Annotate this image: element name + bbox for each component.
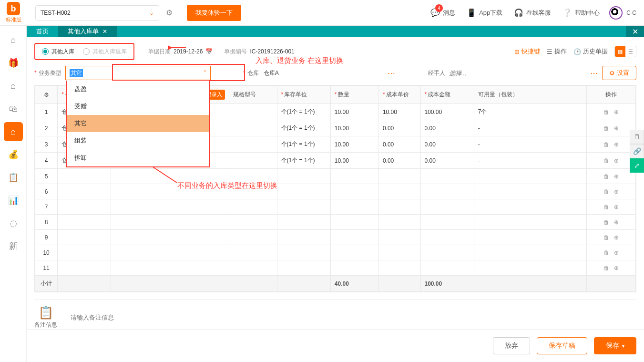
biz-type-combo[interactable]: 其它 ˄ 盘盈 受赠 其它 组装 拆卸 bbox=[65, 66, 211, 80]
table-row[interactable]: 7🗑⊕ bbox=[35, 199, 636, 215]
save-draft-button[interactable]: 保存草稿 bbox=[537, 337, 587, 354]
dropdown-item[interactable]: 其它 bbox=[67, 115, 209, 132]
online-service-item[interactable]: 🎧 在线客服 bbox=[514, 8, 551, 17]
org-name: TEST-H002 bbox=[41, 10, 71, 16]
gear-icon[interactable]: ⚙ bbox=[166, 8, 173, 17]
delete-icon[interactable]: 🗑 bbox=[603, 234, 609, 241]
setting-button[interactable]: ⚙ 设置 bbox=[602, 66, 636, 80]
close-icon[interactable]: ✕ bbox=[102, 28, 107, 35]
table-row[interactable]: 9🗑⊕ bbox=[35, 230, 636, 245]
dock-note-icon[interactable]: 🗒 bbox=[630, 130, 644, 144]
sidebar-warehouse-icon[interactable]: ⌂ bbox=[4, 122, 23, 141]
sidebar-money-icon[interactable]: 💰 bbox=[4, 145, 23, 164]
avatar[interactable] bbox=[609, 6, 623, 20]
radio-return[interactable]: 其他入库退库 bbox=[83, 48, 127, 56]
table-row[interactable]: 8🗑⊕ bbox=[35, 215, 636, 230]
history-button[interactable]: 🕑历史单据 bbox=[573, 47, 608, 56]
table-gear-icon[interactable]: ⚙ bbox=[35, 86, 58, 104]
delete-icon[interactable]: 🗑 bbox=[603, 188, 609, 195]
subtotal-label: 小计 bbox=[35, 276, 58, 292]
tab-home[interactable]: 首页 bbox=[27, 26, 58, 37]
radio-inbound[interactable]: 其他入库 bbox=[42, 48, 74, 56]
date-value: 2019-12-26 bbox=[174, 48, 203, 55]
delete-icon[interactable]: 🗑 bbox=[603, 157, 609, 164]
delete-icon[interactable]: 🗑 bbox=[603, 204, 609, 210]
delete-icon[interactable]: 🗑 bbox=[603, 219, 609, 226]
operate-button[interactable]: ☰操作 bbox=[547, 47, 567, 56]
delete-icon[interactable]: 🗑 bbox=[603, 141, 609, 148]
headset-icon: 🎧 bbox=[514, 8, 523, 17]
copy-icon[interactable]: ⊕ bbox=[614, 249, 619, 256]
phone-icon: 📱 bbox=[467, 8, 476, 17]
tab-other-inbound[interactable]: 其他入库单 ✕ bbox=[58, 26, 117, 37]
delete-icon[interactable]: 🗑 bbox=[603, 125, 609, 132]
handler-input[interactable] bbox=[449, 70, 583, 77]
delete-icon[interactable]: 🗑 bbox=[603, 173, 609, 180]
help-center-item[interactable]: ❔ 帮助中心 bbox=[562, 8, 600, 17]
dock-link-icon[interactable]: 🔗 bbox=[630, 144, 644, 158]
org-selector[interactable]: TEST-H002 ⌄ bbox=[35, 5, 159, 21]
more-icon[interactable]: ⋯ bbox=[388, 69, 396, 78]
copy-icon[interactable]: ⊕ bbox=[614, 265, 619, 271]
copy-icon[interactable]: ⊕ bbox=[614, 109, 619, 115]
view-card-icon[interactable]: ▦ bbox=[615, 46, 625, 57]
sidebar-bag-icon[interactable]: 🛍 bbox=[4, 99, 23, 118]
copy-icon[interactable]: ⊕ bbox=[614, 125, 619, 132]
docno-value: IC-20191226-001 bbox=[250, 48, 294, 55]
quick-key-button[interactable]: ⊞快捷键 bbox=[514, 47, 540, 56]
messages-label: 消息 bbox=[443, 9, 455, 17]
copy-icon[interactable]: ⊕ bbox=[614, 141, 619, 148]
sidebar-store-icon[interactable]: ⌂ bbox=[4, 76, 23, 95]
history-icon: 🕑 bbox=[573, 48, 581, 55]
handler-label: 经手人 bbox=[428, 69, 445, 77]
copy-icon[interactable]: ⊕ bbox=[614, 173, 619, 180]
table-row[interactable]: 11🗑⊕ bbox=[35, 260, 636, 276]
message-badge: 4 bbox=[435, 4, 443, 12]
sidebar-clipboard-icon[interactable]: 📋 bbox=[4, 168, 23, 187]
warehouse-value[interactable]: 仓库A bbox=[264, 69, 279, 77]
table-row[interactable]: 6🗑⊕ bbox=[35, 184, 636, 199]
sidebar-new-icon[interactable]: 新 bbox=[4, 237, 23, 256]
copy-icon[interactable]: ⊕ bbox=[614, 204, 619, 210]
copy-icon[interactable]: ⊕ bbox=[614, 188, 619, 195]
sidebar-report-icon[interactable]: 📊 bbox=[4, 191, 23, 210]
copy-icon[interactable]: ⊕ bbox=[614, 219, 619, 226]
chevron-down-icon: ▾ bbox=[622, 343, 624, 349]
delete-icon[interactable]: 🗑 bbox=[603, 249, 609, 256]
dropdown-item[interactable]: 拆卸 bbox=[67, 149, 209, 166]
dropdown-item[interactable]: 组装 bbox=[67, 132, 209, 149]
docno-label: 单据编号 bbox=[224, 48, 247, 56]
table-row[interactable]: 10🗑⊕ bbox=[35, 245, 636, 260]
view-list-icon[interactable]: ☰ bbox=[625, 46, 636, 57]
save-button[interactable]: 保存▾ bbox=[594, 337, 636, 354]
copy-icon[interactable]: ⊕ bbox=[614, 234, 619, 241]
trial-button[interactable]: 我要体验一下 bbox=[187, 5, 241, 21]
app-download-item[interactable]: 📱 App下载 bbox=[467, 8, 502, 17]
tabbar: 首页 其他入库单 ✕ ✕ bbox=[27, 26, 644, 37]
chevron-up-icon: ˄ bbox=[204, 70, 206, 76]
sidebar-home-icon[interactable]: ⌂ bbox=[4, 31, 23, 50]
remark-input[interactable] bbox=[67, 310, 636, 325]
radio-dot-icon bbox=[42, 48, 49, 55]
warehouse-label: 仓库 bbox=[247, 69, 259, 77]
tabbar-close-all[interactable]: ✕ bbox=[626, 26, 644, 37]
copy-icon[interactable]: ⊕ bbox=[614, 157, 619, 164]
dropdown-item[interactable]: 受赠 bbox=[67, 98, 209, 115]
calendar-icon[interactable]: 📅 bbox=[205, 48, 213, 55]
user-name: C C bbox=[626, 10, 636, 16]
view-toggle[interactable]: ▦ ☰ bbox=[614, 46, 636, 57]
dropdown-item[interactable]: 盘盈 bbox=[67, 81, 209, 98]
keyboard-icon: ⊞ bbox=[514, 48, 520, 55]
delete-icon[interactable]: 🗑 bbox=[603, 109, 609, 115]
more-icon[interactable]: ⋯ bbox=[590, 69, 598, 78]
subtotal-amt: 100.00 bbox=[420, 276, 474, 292]
dock-expand-icon[interactable]: ⤢ bbox=[630, 158, 644, 173]
table-row[interactable]: 5🗑⊕ bbox=[35, 169, 636, 184]
sidebar-loading-icon[interactable]: ◌ bbox=[4, 214, 23, 233]
app-download-label: App下载 bbox=[479, 9, 502, 17]
messages-item[interactable]: 💬 4 消息 bbox=[430, 8, 455, 17]
delete-icon[interactable]: 🗑 bbox=[603, 265, 609, 271]
sidebar-gift-icon[interactable]: 🎁 bbox=[4, 53, 23, 72]
business-radio-group: 其他入库 其他入库退库 bbox=[34, 43, 134, 60]
discard-button[interactable]: 放弃 bbox=[493, 337, 530, 354]
